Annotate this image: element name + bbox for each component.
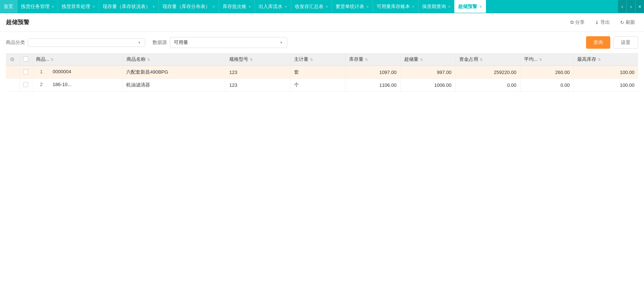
data-source-label: 数据源 [153,39,167,46]
row-unit: 套 [290,66,345,79]
nav-tab-shelf-life[interactable]: 保质期查询 × [418,0,454,13]
nav-arrow-left-button[interactable]: ‹ [618,0,626,13]
export-button[interactable]: ⇓ 导出 [592,18,613,27]
product-category-label: 商品分类 [6,39,25,46]
close-icon[interactable]: × [412,4,414,9]
filter-buttons: 查询 设置 [586,36,638,49]
row-product-name: 六配套新昌490BPG [122,66,225,79]
row-capital-occupied: 259220.00 [455,66,520,79]
main-content: 超储预警 ⧉ 分享 ⇓ 导出 ↻ 刷新 商品分类 ▼ 数据源 [0,13,644,293]
row-spec: 123 [226,66,290,79]
nav-tab-task-mgmt[interactable]: 拣货任务管理 × [17,0,58,13]
sort-icon: ⇅ [365,58,368,62]
row-checkbox-cell [19,79,32,92]
th-unit[interactable]: 主计量 ⇅ [290,53,345,66]
query-button[interactable]: 查询 [586,36,610,49]
data-source-select[interactable]: 可用量 ▼ [170,37,287,48]
row-number: 1 [36,69,47,74]
share-icon: ⧉ [570,19,574,25]
row-num-and-code: 2 186-10... [32,79,123,90]
row-avg: 260.00 [520,66,574,79]
nav-tab-flow[interactable]: 出入库流水 × [255,0,291,13]
row-overstock: 997.00 [400,66,455,79]
row-stock: 1106.00 [345,79,400,92]
th-capital[interactable]: 资金占用 ⇅ [455,53,520,66]
th-stock[interactable]: 库存量 ⇅ [345,53,400,66]
settings-button[interactable]: 设置 [613,36,638,49]
nav-tab-inventory-dist[interactable]: 现存量（库存分布表） × [159,0,219,13]
row-gear-cell [6,79,19,92]
nav-tab-summary[interactable]: 收发存汇总表 × [291,0,332,13]
th-spec[interactable]: 规格型号 ⇅ [226,53,290,66]
sort-icon: ⇅ [147,58,150,62]
nav-tab-order-stats[interactable]: 要货单统计表 × [332,0,373,13]
row-product-code: 186-10... [53,82,72,87]
th-overstock[interactable]: 超储量 ⇅ [400,53,455,66]
row-overstock: 1006.00 [400,79,455,92]
row-capital-occupied: 0.00 [455,79,520,92]
row-product-name: 机油滤清器 [122,79,225,92]
row-stock: 1097.00 [345,66,400,79]
sort-icon: ⇅ [420,58,423,62]
table-header-row: ⚙ 商品... ⇅ 商品名称 ⇅ [6,53,638,66]
table-row: 2 186-10... 机油滤清器 123 个 1106.00 1006.00 … [6,79,638,92]
table-container: ⚙ 商品... ⇅ 商品名称 ⇅ [0,53,644,92]
sort-icon: ⇅ [598,58,601,62]
table-row: 1 0000004 六配套新昌490BPG 123 套 1097.00 997.… [6,66,638,79]
row-avg: 0.00 [520,79,574,92]
data-source-filter: 数据源 可用量 ▼ [153,37,287,48]
nav-close-all-button[interactable]: × [635,0,644,13]
select-all-checkbox[interactable] [23,56,28,62]
page-title: 超储预警 [6,19,29,26]
th-avg[interactable]: 平均... ⇅ [520,53,574,66]
sort-icon: ⇅ [480,58,483,62]
close-icon[interactable]: × [249,4,251,9]
sort-icon: ⇅ [310,58,313,62]
page-header: 超储预警 ⧉ 分享 ⇓ 导出 ↻ 刷新 [0,13,644,32]
data-source-value: 可用量 [174,39,188,46]
nav-arrows: ‹ › × [618,0,644,13]
th-max-stock[interactable]: 最高库存 ⇅ [574,53,638,66]
nav-tab-available-account[interactable]: 可用量库存账本 × [373,0,418,13]
nav-arrow-right-button[interactable]: › [626,0,635,13]
close-icon[interactable]: × [153,4,155,9]
filter-area: 商品分类 ▼ 数据源 可用量 ▼ 查询 设置 [0,32,644,53]
close-icon[interactable]: × [52,4,54,9]
row-product-code: 0000004 [53,69,72,74]
product-category-filter: 商品分类 ▼ [6,38,145,47]
close-icon[interactable]: × [212,4,215,9]
table-body: 1 0000004 六配套新昌490BPG 123 套 1097.00 997.… [6,66,638,92]
close-icon[interactable]: × [92,4,95,9]
close-icon[interactable]: × [326,4,328,9]
row-number: 2 [36,82,47,87]
row-num-and-code: 1 0000004 [32,66,123,77]
share-button[interactable]: ⧉ 分享 [567,18,588,27]
nav-tab-exception[interactable]: 拣货异常处理 × [58,0,99,13]
row-checkbox[interactable] [23,82,28,87]
row-unit: 个 [290,79,345,92]
sort-icon: ⇅ [539,58,542,62]
row-max-stock: 100.00 [574,79,638,92]
sort-icon: ⇅ [250,58,253,62]
nav-tab-inventory-status[interactable]: 现存量（库存状况表） × [99,0,159,13]
th-product-code[interactable]: 商品... ⇅ [32,53,122,66]
nav-tab-overstock-warning[interactable]: 超储预警 × [454,0,486,13]
row-spec: 123 [226,79,290,92]
close-icon[interactable]: × [479,4,482,9]
refresh-button[interactable]: ↻ 刷新 [617,18,638,27]
sort-icon: ⇅ [51,58,54,62]
nav-tab-batch-account[interactable]: 库存批次账 × [219,0,255,13]
row-gear-cell [6,66,19,79]
row-checkbox[interactable] [23,69,28,74]
th-product-name[interactable]: 商品名称 ⇅ [122,53,225,66]
product-category-select[interactable]: ▼ [28,38,145,47]
export-icon: ⇓ [595,20,599,25]
top-navigation: 首页 拣货任务管理 × 拣货异常处理 × 现存量（库存状况表） × 现存量（库存… [0,0,644,13]
nav-tab-home[interactable]: 首页 [0,0,17,13]
th-settings: ⚙ [6,53,19,66]
close-icon[interactable]: × [285,4,287,9]
close-icon[interactable]: × [366,4,369,9]
gear-icon[interactable]: ⚙ [10,56,15,62]
close-icon[interactable]: × [448,4,450,9]
refresh-icon: ↻ [620,20,624,25]
